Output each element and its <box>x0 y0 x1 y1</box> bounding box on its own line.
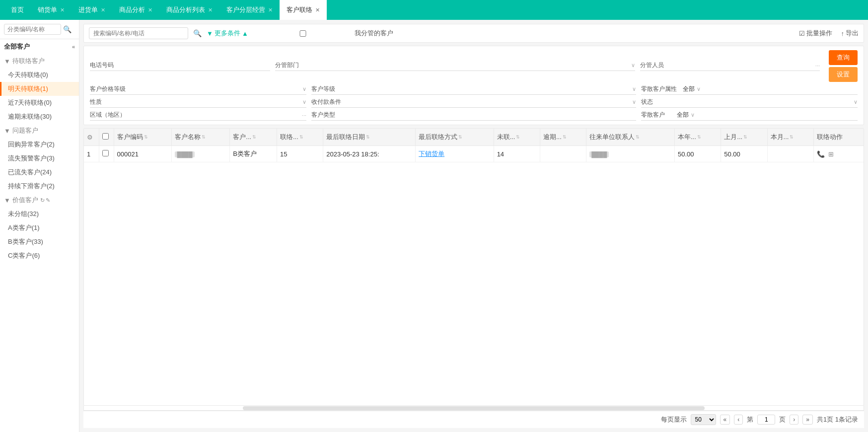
th-action: 联络动作 <box>813 129 864 146</box>
sidebar-item-today-pending[interactable]: 今天待联络(0) <box>0 68 79 82</box>
sort-arrows-this-month[interactable]: ⇅ <box>790 135 794 140</box>
horizontal-scrollbar[interactable] <box>83 406 864 411</box>
page-size-select[interactable]: 50 100 200 <box>691 414 716 425</box>
region-filter: 区域（地区） ··· <box>90 111 306 121</box>
row-last-contact-method[interactable]: 下销货单 <box>416 146 494 162</box>
sort-arrows-overdue[interactable]: ⇅ <box>563 135 567 140</box>
my-customers-checkbox[interactable] <box>253 30 353 37</box>
row-code: 000021 <box>114 146 172 162</box>
retail-customer-filter: 零散客户 全部 ∨ <box>641 111 858 121</box>
row-contacts: 15 <box>277 146 323 162</box>
sort-arrows-uncontacted[interactable]: ⇅ <box>516 135 520 140</box>
select-all-checkbox[interactable] <box>102 133 109 140</box>
search-input[interactable] <box>89 27 188 39</box>
first-page-button[interactable]: « <box>720 415 730 425</box>
status-input[interactable] <box>675 99 852 106</box>
customer-level-input[interactable] <box>345 86 630 93</box>
close-product-analysis-list-icon[interactable]: ✕ <box>208 7 213 13</box>
my-customers-checkbox-area[interactable]: 我分管的客户 <box>253 29 393 38</box>
th-this-year: 本年... ⇅ <box>674 129 721 146</box>
sidebar-item-overdue-no-contact[interactable]: 逾期未联络(30) <box>0 110 79 124</box>
last-page-button[interactable]: » <box>802 415 813 425</box>
search-submit-icon[interactable]: 🔍 <box>193 29 202 37</box>
more-filter-button[interactable]: ▼ 更多条件 ▲ <box>207 29 248 38</box>
customer-type-input[interactable] <box>345 112 636 119</box>
all-customers-header[interactable]: 全部客户 « <box>0 39 79 54</box>
sort-arrows-last-month[interactable]: ⇅ <box>743 135 747 140</box>
page-number-input[interactable] <box>757 415 775 425</box>
payment-filter: 收付款条件 ∨ <box>311 98 636 108</box>
filter-icon: ▼ <box>207 30 213 37</box>
nav-sales-order[interactable]: 销货单 ✕ <box>31 0 72 20</box>
sidebar-search-input[interactable] <box>4 24 61 35</box>
close-purchase-order-icon[interactable]: ✕ <box>101 7 105 13</box>
sidebar-item-continuous-decline[interactable]: 持续下滑客户(2) <box>0 179 79 193</box>
sidebar-search-icon[interactable]: 🔍 <box>63 25 72 33</box>
nav-product-analysis[interactable]: 商品分析 ✕ <box>112 0 159 20</box>
sidebar-item-c-class[interactable]: C类客户(6) <box>0 249 79 263</box>
sidebar: 🔍 全部客户 « ▼ 待联络客户 今天待联络(0) 明天待联络(1) 近7天待联… <box>0 20 79 432</box>
person-filter-field: 分管人员 ··· <box>640 61 820 71</box>
query-button[interactable]: 查询 <box>829 50 858 65</box>
close-sales-order-icon[interactable]: ✕ <box>60 7 65 13</box>
sort-arrows-type[interactable]: ⇅ <box>252 135 256 140</box>
sort-arrows-unit-contact[interactable]: ⇅ <box>636 135 640 140</box>
refresh-value-icon[interactable]: ↻ <box>40 197 45 204</box>
row-checkbox[interactable] <box>99 146 114 162</box>
triangle-down-icon: ▼ <box>4 58 10 65</box>
scroll-thumb[interactable] <box>243 406 705 410</box>
close-customer-tiering-icon[interactable]: ✕ <box>268 7 273 13</box>
sidebar-item-abnormal-repurchase[interactable]: 回购异常客户(2) <box>0 138 79 151</box>
content-area: 🔍 ▼ 更多条件 ▲ 我分管的客户 ☑ 批量操作 ↑ 导出 <box>79 20 868 432</box>
column-settings-icon[interactable]: ⚙ <box>87 134 93 141</box>
next-page-button[interactable]: › <box>790 415 798 425</box>
action-grid-icon[interactable]: ⊞ <box>828 150 834 158</box>
price-level-input[interactable] <box>130 86 300 93</box>
batch-operation-button[interactable]: ☑ 批量操作 <box>799 29 832 38</box>
filter-row-4: 区域（地区） ··· 客户类型 零散客户 全部 ∨ <box>90 111 858 121</box>
nav-customer-tiering[interactable]: 客户分层经营 ✕ <box>219 0 280 20</box>
th-contacts: 联络... ⇅ <box>277 129 323 146</box>
prev-page-button[interactable]: ‹ <box>734 415 743 425</box>
close-customer-contact-icon[interactable]: ✕ <box>315 7 320 13</box>
sort-arrows-code[interactable]: ⇅ <box>144 135 148 140</box>
filter-row-3: 性质 ∨ 收付款条件 ∨ 状态 ∨ <box>90 98 858 108</box>
close-product-analysis-icon[interactable]: ✕ <box>148 7 152 13</box>
customer-table: ⚙ 客户编码 ⇅ 客户名称 <box>84 129 864 162</box>
chevron-up-icon: ▲ <box>242 30 248 37</box>
retail-attr-value: 全部 <box>683 85 695 93</box>
sidebar-item-7days-pending[interactable]: 近7天待联络(0) <box>0 96 79 110</box>
person-more-icon[interactable]: ··· <box>815 63 820 69</box>
sort-arrows-contacts[interactable]: ⇅ <box>299 135 303 140</box>
sidebar-item-a-class[interactable]: A类客户(1) <box>0 221 79 235</box>
edit-value-icon[interactable]: ✎ <box>46 197 50 204</box>
nav-customer-contact[interactable]: 客户联络 ✕ <box>280 0 327 20</box>
export-button[interactable]: ↑ 导出 <box>841 29 859 38</box>
sidebar-item-b-class[interactable]: B类客户(33) <box>0 235 79 249</box>
status-chevron-icon: ∨ <box>854 99 858 105</box>
sort-arrows-last-date[interactable]: ⇅ <box>366 135 370 140</box>
action-phone-icon[interactable]: 📞 <box>817 150 825 158</box>
filter-row-2: 客户价格等级 ∨ 客户等级 ∨ 零散客户属性 全部 ∨ <box>90 85 858 95</box>
region-more-icon[interactable]: ··· <box>302 112 306 118</box>
phone-input[interactable] <box>124 62 270 69</box>
th-settings[interactable]: ⚙ <box>84 129 99 146</box>
region-input[interactable] <box>130 112 300 119</box>
price-level-chevron-icon: ∨ <box>302 86 306 92</box>
sidebar-item-churn-warning[interactable]: 流失预警客户(3) <box>0 151 79 165</box>
dept-input[interactable] <box>309 62 629 69</box>
sort-arrows-name[interactable]: ⇅ <box>202 135 206 140</box>
sort-arrows-this-year[interactable]: ⇅ <box>697 135 701 140</box>
sort-arrows-last-method[interactable]: ⇅ <box>458 135 462 140</box>
triangle-down-icon-2: ▼ <box>4 127 10 135</box>
nav-product-analysis-list[interactable]: 商品分析列表 ✕ <box>159 0 219 20</box>
sidebar-item-tomorrow-pending[interactable]: 明天待联络(1) <box>0 82 79 96</box>
sidebar-item-churned[interactable]: 已流失客户(24) <box>0 165 79 179</box>
payment-input[interactable] <box>345 99 630 106</box>
nav-purchase-order[interactable]: 进货单 ✕ <box>72 0 112 20</box>
nav-home[interactable]: 首页 <box>4 0 31 20</box>
gender-input[interactable] <box>124 99 300 106</box>
sidebar-item-ungrouped[interactable]: 未分组(32) <box>0 207 79 221</box>
person-input[interactable] <box>674 62 813 69</box>
settings-button[interactable]: 设置 <box>829 67 858 82</box>
